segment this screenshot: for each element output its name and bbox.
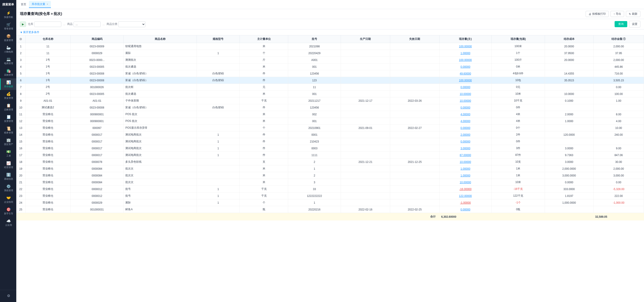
row-cost [545, 138, 593, 145]
sidebar-item-9[interactable]: 🧾发票管理 [0, 113, 16, 125]
category-select[interactable] [118, 21, 146, 27]
row-qty-main[interactable]: 1.00000 [439, 165, 491, 172]
row-qty-main[interactable]: 100.00000 [439, 43, 491, 50]
search-button[interactable]: 查询 [614, 21, 627, 27]
row-batch: 002 [288, 111, 341, 118]
row-qty-main[interactable]: 0.00000 [439, 63, 491, 70]
row-spec [196, 63, 240, 70]
sidebar-item-17[interactable]: 🎯新手引导 [0, 206, 16, 217]
row-qty-main[interactable]: -1.00000 [439, 199, 491, 206]
sidebar-item-2[interactable]: 📦批发管理 [0, 32, 16, 44]
sidebar-icon-4: 💻 [6, 57, 11, 61]
sidebar-item-15[interactable]: ⚙️系统管理 [0, 182, 16, 194]
row-name: 测测批次 [124, 57, 196, 63]
row-qty-main[interactable]: 10.00000 [439, 91, 491, 97]
row-qty-main[interactable]: 4.00000 [439, 118, 491, 125]
row-exp-date [390, 84, 439, 91]
row-num: 14 [16, 131, 25, 138]
row-qty-main[interactable]: 0.00000 [439, 138, 491, 145]
expand-conditions-btn[interactable]: ▼ 展开更多条件 [20, 30, 39, 34]
row-qty-main[interactable]: 49.60000 [439, 70, 491, 77]
sidebar-item-6[interactable]: 📊库存核算 [0, 78, 16, 90]
sidebar-icon-10: 📜 [6, 126, 11, 131]
row-qty-main[interactable]: 10.00000 [439, 159, 491, 165]
sidebar: 搜索菜单 ⚡快捷导航🛒零售管理📦批发管理🦢小鹅电商💻电商管理🛍️采购管理📊库存核… [0, 0, 16, 302]
sidebar-item-8[interactable]: 📋总账管理 [0, 101, 16, 113]
sidebar-item-10[interactable]: 📜税务管理 [0, 125, 16, 136]
row-amount: 9.00 [593, 145, 644, 152]
sidebar-item-13[interactable]: 📈经营管理 [0, 159, 16, 171]
row-qty-main[interactable]: 87.00000 [439, 152, 491, 159]
row-qty-main[interactable]: 100.00000 [439, 57, 491, 63]
row-qty-main[interactable]: 0.00000 [439, 84, 491, 91]
row-qty-main[interactable]: 4.00000 [439, 111, 491, 118]
row-code: 0023-0000... [70, 57, 124, 63]
filter-toggle-btn[interactable]: ▶ [20, 22, 26, 27]
sidebar-item-16[interactable]: 🤝企业协同 [0, 194, 16, 206]
row-cost: 3.0000 [545, 145, 593, 152]
table-row: 11营业粮仓000900001POS 批次米0024.000004米2.0000… [16, 111, 644, 118]
checkbox-all[interactable]: ☉ [20, 38, 22, 41]
sidebar-logo[interactable]: 搜索菜单 [0, 0, 16, 9]
row-name: 子件保质期 [124, 97, 196, 104]
sidebar-item-1[interactable]: 🛒零售管理 [0, 21, 16, 32]
row-qty-main[interactable]: 0.00000 [439, 104, 491, 111]
row-qty-main[interactable]: 0.00000 [439, 125, 491, 131]
row-qty-main[interactable]: 2.00000 [439, 131, 491, 138]
row-warehouse: 营业粮仓 [25, 199, 70, 206]
nav-tab-0[interactable]: 首页 [18, 1, 29, 8]
set-button[interactable]: 设置 [629, 21, 640, 27]
row-exp-date [390, 172, 439, 179]
export-button[interactable]: ↑ 导出 [610, 11, 624, 17]
row-warehouse: 营业粮仓 [25, 165, 70, 172]
sidebar-item-7[interactable]: 💰资金管理 [0, 90, 16, 101]
row-qty-main[interactable]: 122.00000 [439, 193, 491, 199]
sidebar-item-3[interactable]: 🦢小鹅电商 [0, 44, 16, 55]
row-num: 20 [16, 172, 25, 179]
sidebar-item-settings[interactable]: ⚙ [0, 292, 16, 300]
row-qty-main[interactable]: 0.00000 [439, 206, 491, 213]
header-actions: 🖨 按模板打印 ↑ 导出 ↻ 刷新 [586, 11, 640, 17]
sidebar-item-14[interactable]: ℹ️基础信息 [0, 171, 16, 182]
sidebar-item-18[interactable]: ☁️云应用 [0, 217, 16, 229]
row-exp-date: 2022-02-25 [390, 206, 439, 213]
warehouse-input[interactable] [34, 22, 61, 27]
row-prod-date [341, 138, 390, 145]
row-qty-main[interactable]: 3.00000 [439, 145, 491, 152]
col-header-2: 商品编码 [70, 35, 124, 43]
row-qty-main[interactable]: -16.00000 [439, 186, 491, 193]
sidebar-item-11[interactable]: 🏢固定资产 [0, 136, 16, 148]
sidebar-item-0[interactable]: ⚡快捷导航 [0, 9, 16, 21]
row-unit: 元 [240, 84, 288, 91]
row-qty-main[interactable]: 1.00000 [439, 50, 491, 57]
sidebar-icon-5: 🛍️ [6, 69, 11, 73]
row-spec [196, 97, 240, 104]
sidebar-item-5[interactable]: 🛍️采购管理 [0, 67, 16, 78]
row-warehouse: 营业粮仓 [25, 138, 70, 145]
sidebar-item-4[interactable]: 💻电商管理 [0, 55, 16, 67]
table-row: 23营业粮仓0000012批号1千克1222222222122.00000122… [16, 193, 644, 199]
row-qty-main[interactable]: 10.00000 [439, 179, 491, 186]
row-num: 24 [16, 199, 25, 206]
refresh-icon: ↻ [629, 13, 631, 16]
row-name: 富诚（白色/奶棕） [124, 70, 196, 77]
print-button[interactable]: 🖨 按模板打印 [586, 11, 609, 17]
row-qty-pack: 122千克 [491, 193, 545, 199]
row-qty-main[interactable]: 1.00000 [439, 172, 491, 179]
refresh-button[interactable]: ↻ 刷新 [626, 11, 640, 17]
row-qty-main[interactable]: 10.00000 [439, 97, 491, 104]
row-unit: 瓶 [240, 206, 288, 213]
row-qty-main[interactable]: 100.00000 [439, 77, 491, 84]
row-qty-pack: 0件 [491, 138, 545, 145]
row-qty-pack: 0件 [491, 104, 545, 111]
row-unit: 件 [240, 152, 288, 159]
row-amount: 847.06 [593, 152, 644, 159]
row-batch: 2 [288, 172, 341, 179]
sidebar-item-12[interactable]: 💵工资 [0, 148, 16, 159]
nav-tab-1[interactable]: 库存批次量 × [29, 1, 51, 8]
tab-close-1[interactable]: × [46, 3, 48, 6]
sidebar-label-9: 发票管理 [4, 120, 13, 123]
row-unit: 斤 [240, 57, 288, 63]
table-row: 12营业粮仓000900001POS 批次米0014.000004米1.0000… [16, 118, 644, 125]
goods-input[interactable] [74, 22, 101, 27]
